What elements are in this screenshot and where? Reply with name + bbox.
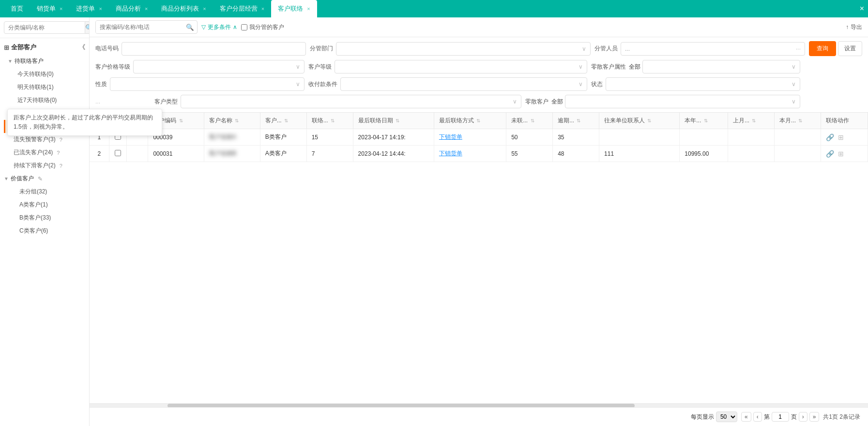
close-sales-icon[interactable]: ×	[60, 0, 62, 17]
row2-checkbox[interactable]	[115, 150, 121, 156]
close-all-button[interactable]: ×	[860, 4, 864, 13]
row2-check[interactable]	[109, 146, 126, 162]
row2-last-month	[728, 146, 775, 162]
status-select[interactable]: ∨	[606, 77, 800, 91]
row1-uncontacted: 50	[506, 129, 553, 146]
close-purchase-icon[interactable]: ×	[99, 0, 102, 17]
row1-unit-contact	[599, 129, 680, 146]
dept-filter: 分管部门 ∨	[310, 42, 591, 56]
sidebar-item-class-c[interactable]: C类客户(6)	[10, 224, 89, 237]
per-page-select[interactable]: 50	[716, 411, 737, 422]
th-overdue[interactable]: 逾期... ⇅	[553, 113, 599, 129]
table-scrollbar[interactable]	[90, 403, 868, 407]
row1-link-icon[interactable]: 🔗	[826, 133, 834, 141]
th-unit-contact[interactable]: 往来单位联系人 ⇅	[599, 113, 680, 129]
close-analysis-icon[interactable]: ×	[145, 0, 148, 17]
customer-type-select[interactable]: ∨	[181, 95, 521, 108]
my-customers-checkbox[interactable]	[241, 24, 247, 30]
row1-grid-icon[interactable]: ⊞	[838, 133, 844, 141]
th-uncontacted[interactable]: 未联... ⇅	[506, 113, 553, 129]
filter-search-input[interactable]	[96, 20, 183, 34]
th-this-month[interactable]: 本月... ⇅	[775, 113, 821, 129]
th-contact[interactable]: 联络... ⇅	[306, 113, 353, 129]
sidebar-item-today[interactable]: 今天待联络(0)	[8, 68, 89, 81]
filter-search-icon: 🔍	[186, 24, 194, 31]
sidebar-item-unclassified[interactable]: 未分组(32)	[10, 185, 89, 198]
phone-input[interactable]	[122, 42, 306, 56]
first-page-button[interactable]: «	[741, 412, 751, 422]
row2-grid-icon[interactable]: ⊞	[838, 150, 844, 158]
sort-contact-icon: ⇅	[331, 118, 335, 123]
close-segment-icon[interactable]: ×	[261, 0, 264, 17]
filter-row-2: 客户价格等级 ∨ 客户等级 ∨ 零散客户属性 全部	[95, 60, 862, 73]
sidebar-item-tomorrow[interactable]: 明天待联络(1)	[8, 81, 89, 94]
person-select[interactable]: ...···	[621, 42, 805, 56]
retail-customer-select[interactable]: ∨	[565, 95, 800, 108]
close-contact-icon[interactable]: ×	[307, 0, 310, 17]
filter-icon: ▽	[201, 24, 206, 30]
th-this-year[interactable]: 本年... ⇅	[680, 113, 728, 129]
th-name[interactable]: 客户名称 ⇅	[204, 113, 260, 129]
value-edit-icon[interactable]: ✎	[38, 176, 43, 182]
nav-customer-contact[interactable]: 客户联络 ×	[271, 0, 317, 17]
nav-customer-segment[interactable]: 客户分层经营 ×	[213, 0, 271, 17]
th-last-method[interactable]: 最后联络方式 ⇅	[434, 113, 506, 129]
prev-page-button[interactable]: ‹	[753, 412, 762, 422]
th-last-date[interactable]: 最后联络日期 ⇅	[353, 113, 434, 129]
row1-grade: B类客户	[260, 129, 306, 146]
row2-link-icon[interactable]: 🔗	[826, 150, 834, 158]
sidebar-search-button[interactable]: 🔍	[85, 21, 90, 34]
sidebar-item-churned[interactable]: 已流失客户(24) ?	[4, 146, 89, 159]
settings-button[interactable]: 设置	[838, 41, 862, 56]
sidebar-item-class-a[interactable]: A类客户(1)	[10, 198, 89, 211]
row1-last-method[interactable]: 下销货单	[434, 129, 506, 146]
th-grade[interactable]: 客户... ⇅	[260, 113, 306, 129]
value-customers-title[interactable]: ▼ 价值客户 ✎	[0, 172, 89, 185]
customer-table: ⚙ 客户编码 ⇅ 客户名称 ⇅ 客户... ⇅	[90, 113, 868, 162]
nav-sales[interactable]: 销货单 ×	[30, 0, 69, 17]
top-nav: 首页 销货单 × 进货单 × 商品分析 × 商品分析列表 × 客户分层经营 × …	[0, 0, 868, 17]
row2-last-method[interactable]: 下销货单	[434, 146, 506, 162]
export-icon: ↑	[846, 24, 849, 30]
nav-analysis[interactable]: 商品分析 ×	[109, 0, 154, 17]
nav-purchase[interactable]: 进货单 ×	[69, 0, 108, 17]
export-button[interactable]: ↑ 导出	[846, 23, 862, 31]
pay-filter: 收付款条件 ∨	[308, 77, 587, 91]
nav-analysis-list[interactable]: 商品分析列表 ×	[154, 0, 213, 17]
nav-home[interactable]: 首页	[4, 0, 30, 17]
sidebar-item-declining[interactable]: 持续下滑客户(2) ?	[4, 159, 89, 172]
per-page-selector: 每页显示 50	[691, 411, 737, 422]
sidebar-search-input[interactable]	[4, 21, 85, 34]
th-last-month[interactable]: 上月... ⇅	[728, 113, 775, 129]
row1-overdue: 35	[553, 129, 599, 146]
last-page-button[interactable]: »	[809, 412, 820, 422]
collapse-button[interactable]: 《	[79, 43, 85, 52]
sidebar-item-class-b[interactable]: B类客户(33)	[10, 211, 89, 224]
more-dots[interactable]: ...	[95, 98, 100, 105]
filter-search-button[interactable]: 🔍	[183, 24, 197, 31]
sidebar-tree: ⊞ 全部客户 《 ▼ 待联络客户 今天待联络(0)	[0, 38, 89, 426]
page-navigation: « ‹ 第 页 › »	[741, 412, 819, 422]
gender-select[interactable]: ∨	[110, 77, 305, 91]
row2-index: 2	[90, 146, 109, 162]
my-customers-checkbox-label[interactable]: 我分管的客户	[241, 23, 284, 31]
row2-this-month	[775, 146, 821, 162]
customer-grade-select[interactable]: ∨	[335, 60, 587, 73]
price-grade-select[interactable]: ∨	[133, 60, 305, 73]
sort-last-date-icon: ⇅	[396, 118, 399, 123]
pending-contact-title[interactable]: ▼ 待联络客户	[4, 55, 89, 68]
pay-select[interactable]: ∨	[340, 77, 587, 91]
retail-attr-filter: 零散客户属性 全部 ∨	[591, 60, 800, 73]
all-customers-header[interactable]: ⊞ 全部客户 《	[0, 40, 89, 55]
next-page-button[interactable]: ›	[799, 412, 807, 422]
retail-attr-select[interactable]: ∨	[642, 60, 800, 73]
row1-name: 客户名称A	[204, 129, 260, 146]
more-conditions-button[interactable]: ▽ 更多条件 ∧	[201, 23, 237, 31]
sidebar-item-7days[interactable]: 近7天待联络(0)	[8, 94, 89, 107]
query-button[interactable]: 查询	[809, 41, 836, 56]
page-number-input[interactable]	[772, 412, 789, 422]
dept-select[interactable]: ∨	[336, 42, 591, 56]
sidebar-search-area: 🔍	[0, 17, 89, 38]
close-analysis-list-icon[interactable]: ×	[203, 0, 206, 17]
action-buttons: 查询 设置	[809, 41, 862, 56]
